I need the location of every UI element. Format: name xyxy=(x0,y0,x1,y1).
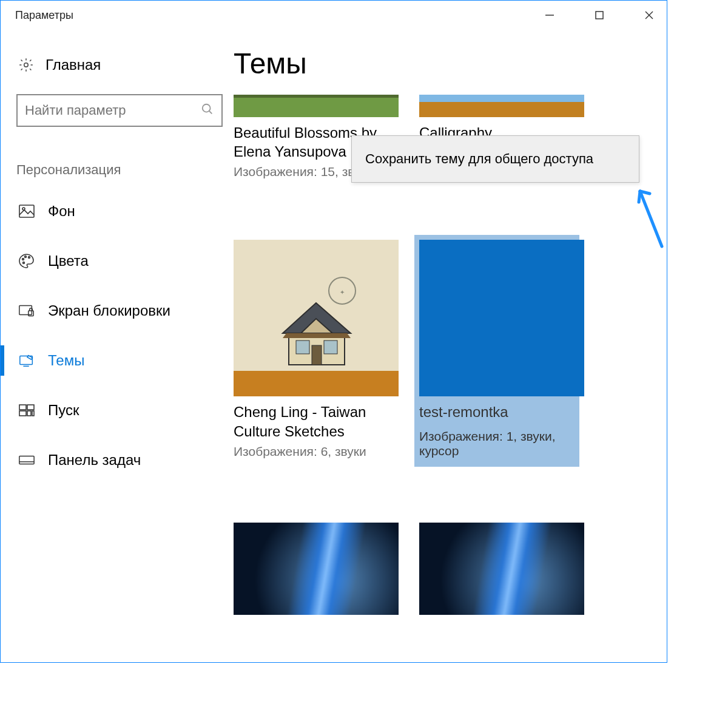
svg-rect-18 xyxy=(27,405,34,410)
svg-marker-32 xyxy=(283,333,351,338)
theme-thumbnail xyxy=(419,240,584,396)
svg-rect-30 xyxy=(324,341,337,354)
theme-card[interactable] xyxy=(234,523,399,615)
sidebar: Главная Персонализация Фон xyxy=(1,30,230,662)
svg-point-4 xyxy=(24,63,29,67)
theme-title: Cheng Ling - Taiwan Culture Sketches xyxy=(234,402,399,440)
svg-point-8 xyxy=(22,208,25,210)
svg-rect-15 xyxy=(20,356,33,365)
gear-icon xyxy=(18,56,35,73)
svg-point-10 xyxy=(25,256,27,258)
context-menu: Сохранить тему для общего доступа xyxy=(351,135,639,183)
themes-icon xyxy=(18,351,36,370)
sidebar-item-label: Панель задач xyxy=(48,452,141,469)
sidebar-item-themes[interactable]: Темы xyxy=(1,336,230,385)
sidebar-item-label: Темы xyxy=(48,352,84,369)
svg-text:✦: ✦ xyxy=(340,289,345,296)
svg-rect-21 xyxy=(32,411,34,416)
theme-thumbnail: ✦ xyxy=(234,240,399,396)
context-menu-item-save-theme[interactable]: Сохранить тему для общего доступа xyxy=(365,151,593,167)
search-input-wrapper[interactable] xyxy=(16,94,223,127)
sidebar-item-colors[interactable]: Цвета xyxy=(1,236,230,286)
theme-subtitle: Изображения: 1, звуки, курсор xyxy=(419,429,575,462)
search-input[interactable] xyxy=(25,103,201,118)
theme-card[interactable] xyxy=(419,523,584,615)
search-icon xyxy=(201,103,214,118)
annotation-arrow xyxy=(632,183,668,252)
picture-icon xyxy=(18,202,36,220)
window-controls xyxy=(537,5,662,25)
settings-window: Параметры Главная xyxy=(0,0,667,663)
home-nav[interactable]: Главная xyxy=(1,56,230,83)
svg-rect-22 xyxy=(19,456,34,464)
svg-rect-7 xyxy=(19,205,34,217)
theme-card-cheng-ling[interactable]: ✦ Cheng Ling - Taiw xyxy=(234,240,399,461)
start-icon xyxy=(18,401,36,419)
sidebar-item-lockscreen[interactable]: Экран блокировки xyxy=(1,286,230,336)
theme-subtitle: Изображения: 6, звуки xyxy=(234,444,399,459)
sidebar-item-label: Пуск xyxy=(48,402,79,419)
maximize-button[interactable] xyxy=(587,5,612,25)
svg-rect-29 xyxy=(296,341,309,354)
palette-icon xyxy=(18,252,36,270)
titlebar: Параметры xyxy=(1,1,667,30)
theme-title: test-remontka xyxy=(419,402,575,425)
sidebar-item-taskbar[interactable]: Панель задач xyxy=(1,435,230,485)
sidebar-item-start[interactable]: Пуск xyxy=(1,385,230,435)
home-label: Главная xyxy=(46,56,101,73)
svg-rect-31 xyxy=(312,345,322,365)
minimize-button[interactable] xyxy=(537,5,562,25)
lockscreen-icon xyxy=(18,302,36,320)
theme-thumbnail xyxy=(419,523,584,615)
svg-rect-17 xyxy=(19,405,26,410)
theme-card-test-remontka[interactable]: test-remontka Изображения: 1, звуки, кур… xyxy=(414,235,579,466)
sidebar-item-label: Экран блокировки xyxy=(48,302,170,319)
theme-thumbnail xyxy=(234,95,399,117)
svg-point-5 xyxy=(203,104,211,112)
sidebar-item-label: Фон xyxy=(48,203,75,220)
sidebar-group-label: Персонализация xyxy=(16,162,230,178)
svg-point-9 xyxy=(22,259,24,260)
taskbar-icon xyxy=(18,451,36,469)
close-button[interactable] xyxy=(636,5,662,25)
svg-rect-19 xyxy=(19,411,26,416)
sidebar-item-label: Цвета xyxy=(48,252,89,269)
svg-line-6 xyxy=(209,111,212,114)
page-title: Темы xyxy=(234,47,667,80)
sidebar-item-background[interactable]: Фон xyxy=(1,186,230,236)
svg-rect-20 xyxy=(27,411,31,416)
main-content: Темы Сохранить тему для общего доступа B… xyxy=(230,30,667,662)
theme-thumbnail xyxy=(419,95,584,117)
svg-point-11 xyxy=(29,257,30,259)
theme-thumbnail xyxy=(234,523,399,615)
window-title: Параметры xyxy=(15,9,73,22)
svg-rect-1 xyxy=(596,12,603,19)
svg-point-12 xyxy=(23,262,25,264)
